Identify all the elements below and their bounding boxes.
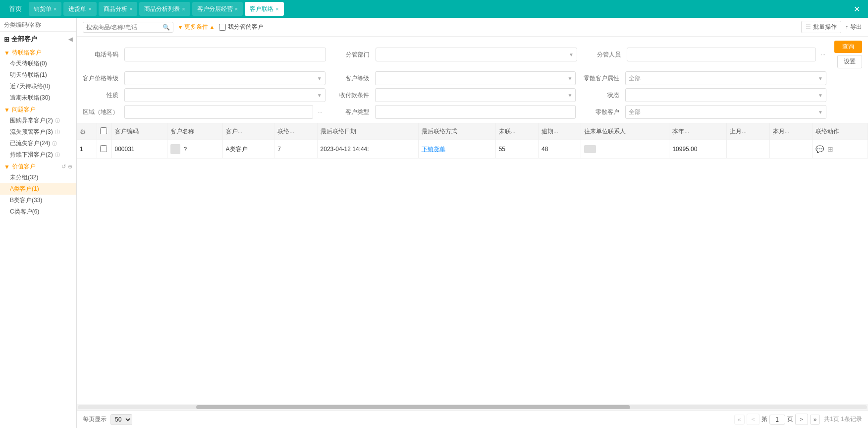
manager-input[interactable] [627, 48, 816, 61]
next-page-button[interactable]: ＞ [795, 414, 808, 425]
scrollbar-thumb[interactable] [196, 405, 630, 409]
th-last-month[interactable]: 上月... [727, 123, 769, 140]
more-filters-button[interactable]: ▼ 更多条件 ▲ [177, 23, 215, 31]
manager-more-icon[interactable]: ··· [818, 52, 828, 57]
sidebar-item-7day-pending[interactable]: 近7天待联络(0) [0, 81, 76, 92]
sidebar-item-stockpile-abnormal[interactable]: 囤购异常客户(2) ⓘ [0, 115, 76, 126]
sidebar-item-class-c[interactable]: C类客户(6) [0, 206, 76, 217]
price-level-select[interactable]: ▼ [124, 71, 326, 85]
th-level[interactable]: 客户... [222, 123, 274, 140]
sidebar: 🔍 ⊞ 全部客户 ◀ ▼ 待联络客户 今天待联络(0) 明天待联络(1) 近7天… [0, 18, 77, 428]
sidebar-item-overdue-pending[interactable]: 逾期未联络(30) [0, 92, 76, 104]
tab-product-analysis-list-close[interactable]: × [182, 6, 185, 12]
export-button[interactable]: ↑ 导出 [845, 23, 862, 31]
sidebar-all-customers[interactable]: ⊞ 全部客户 ◀ [0, 32, 76, 47]
last-page-button[interactable]: » [810, 415, 820, 425]
region-input[interactable] [124, 105, 313, 119]
declining-label: 持续下滑客户(2) [10, 151, 53, 159]
select-all-checkbox[interactable] [100, 127, 107, 134]
sidebar-item-loss-warning[interactable]: 流失预警客户(3) ⓘ [0, 126, 76, 138]
page-size-select[interactable]: 50 [110, 414, 132, 425]
customer-type-input[interactable] [375, 105, 576, 119]
filter-arrow-icon: ▲ [209, 24, 215, 31]
my-customers-checkbox[interactable]: 我分管的客户 [219, 23, 264, 31]
sidebar-section-problem[interactable]: ▼ 问题客户 [0, 104, 76, 115]
tab-purchase-order[interactable]: 进货单 × [63, 2, 96, 16]
th-last-contact-date[interactable]: 最后联络日期 [317, 123, 418, 140]
phone-input[interactable] [124, 48, 326, 61]
sidebar-item-tomorrow-pending[interactable]: 明天待联络(1) [0, 69, 76, 81]
filter-field-phone: 电话号码 [83, 48, 326, 61]
tab-sales-order-close[interactable]: × [54, 6, 56, 12]
table-horizontal-scrollbar[interactable] [77, 404, 868, 410]
value-refresh-icon[interactable]: ↺ [61, 163, 66, 170]
tab-customer-segmentation-close[interactable]: × [235, 6, 238, 12]
th-this-year[interactable]: 本年... [669, 123, 727, 140]
th-last-contact-method[interactable]: 最后联络方式 [418, 123, 495, 140]
sidebar-item-declining[interactable]: 持续下滑客户(2) ⓘ [0, 149, 76, 160]
customer-level-select[interactable]: ▼ [375, 71, 576, 85]
tab-product-analysis-label: 商品分析 [104, 5, 127, 13]
th-name[interactable]: 客户名称 [167, 123, 222, 140]
filter-field-payment: 收付款条件 ▼ [333, 88, 576, 102]
payment-select[interactable]: ▼ [375, 88, 576, 102]
sidebar-search-input[interactable] [4, 21, 77, 28]
prev-page-button[interactable]: ＜ [747, 414, 760, 425]
tab-sales-order[interactable]: 销货单 × [29, 2, 61, 16]
status-select-arrow: ▼ [818, 93, 823, 98]
th-code[interactable]: 客户编码 [111, 123, 167, 140]
unclassified-label: 未分组(32) [10, 173, 38, 182]
window-close-button[interactable]: ✕ [850, 4, 864, 14]
th-contacts[interactable]: 联络... [274, 123, 317, 140]
tab-product-analysis[interactable]: 商品分析 × [99, 2, 137, 16]
tab-customer-contact[interactable]: 客户联络 × [245, 2, 283, 16]
sidebar-item-unclassified[interactable]: 未分组(32) [0, 172, 76, 183]
tab-purchase-order-close[interactable]: × [88, 6, 91, 12]
status-select[interactable]: ▼ [625, 88, 826, 102]
td-overdue: 48 [538, 140, 581, 159]
sidebar-item-lost-customers[interactable]: 已流失客户(24) ⓘ [0, 138, 76, 149]
table-settings-icon[interactable]: ⚙ [80, 128, 86, 136]
nature-select[interactable]: ▼ [124, 88, 326, 102]
dept-select[interactable]: ▼ [376, 48, 577, 61]
retail-attr-select[interactable]: 全部 ▼ [625, 71, 826, 85]
sidebar-item-today-pending[interactable]: 今天待联络(0) [0, 58, 76, 69]
home-tab[interactable]: 首页 [4, 4, 27, 13]
th-contact-person[interactable]: 往来单位联系人 [581, 123, 669, 140]
region-more-icon[interactable]: ··· [315, 109, 326, 115]
settings-button[interactable]: 设置 [837, 55, 862, 68]
sidebar-collapse-icon[interactable]: ◀ [68, 36, 72, 43]
pending-arrow-icon: ▼ [4, 50, 10, 56]
tab-product-analysis-list[interactable]: 商品分析列表 × [139, 2, 190, 16]
sidebar-item-class-b[interactable]: B类客户(33) [0, 195, 76, 206]
row-checkbox[interactable] [100, 145, 107, 152]
sidebar-section-value[interactable]: ▼ 价值客户 ↺ ⊕ [0, 160, 76, 172]
search-input[interactable] [86, 24, 161, 31]
th-this-month[interactable]: 本月... [769, 123, 812, 140]
first-page-button[interactable]: « [734, 415, 745, 425]
action-record-icon[interactable]: ⊞ [827, 145, 833, 153]
customers-table: ⚙ 客户编码 客户名称 客户... 联络... 最后联络日期 最后联络方式 未联… [77, 123, 868, 159]
last-contact-method-link[interactable]: 下销货单 [422, 146, 445, 153]
batch-operations-button[interactable]: ☰ 批量操作 [801, 21, 841, 33]
sidebar-search-box: 🔍 [0, 18, 76, 32]
tab-customer-contact-close[interactable]: × [275, 6, 278, 12]
my-customers-check[interactable] [219, 24, 226, 31]
th-no-contact-days[interactable]: 未联... [495, 123, 538, 140]
page-number-input[interactable] [769, 415, 785, 425]
retail-customer-select[interactable]: 全部 ▼ [625, 105, 826, 119]
search-icon[interactable]: 🔍 [163, 24, 170, 31]
info-icon-1: ⓘ [55, 129, 60, 136]
tab-sales-order-label: 销货单 [34, 5, 52, 13]
sidebar-section-pending[interactable]: ▼ 待联络客户 [0, 47, 76, 58]
sidebar-item-class-a[interactable]: A类客户(1) [0, 183, 76, 195]
top-nav: 首页 销货单 × 进货单 × 商品分析 × 商品分析列表 × 客户分层经营 × … [0, 0, 868, 18]
tab-customer-segmentation[interactable]: 客户分层经营 × [192, 2, 243, 16]
filter-field-dept: 分管部门 ▼ [334, 48, 577, 61]
query-button[interactable]: 查询 [834, 41, 862, 53]
value-add-icon[interactable]: ⊕ [68, 163, 72, 170]
action-message-icon[interactable]: 💬 [815, 145, 824, 153]
all-customers-label: 全部客户 [11, 35, 37, 44]
tab-product-analysis-close[interactable]: × [129, 6, 132, 12]
th-overdue[interactable]: 逾期... [538, 123, 581, 140]
